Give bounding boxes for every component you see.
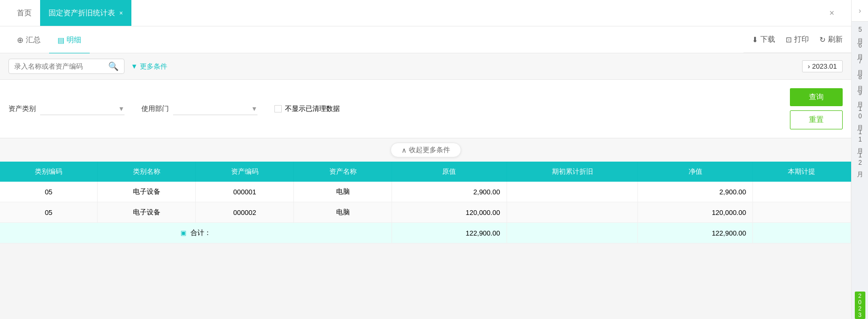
total-row: ▣ 合计： 122,900.00 122,900.00 (0, 223, 851, 243)
date-tag: › 2023.01 (802, 60, 843, 72)
search-icon: 🔍 (108, 61, 119, 71)
filter-label: 更多条件 (140, 62, 167, 71)
search-input-wrap: 🔍 (8, 59, 125, 74)
cell-cat-name: 电子设备 (98, 202, 196, 223)
no-cleared-checkbox[interactable] (274, 105, 282, 112)
collapse-area: ∧ 收起更多条件 (0, 138, 851, 162)
refresh-icon: ↻ (819, 35, 826, 44)
download-icon: ⬇ (752, 35, 758, 44)
asset-type-label: 资产类别 (8, 104, 36, 114)
tab-detail-label: 明细 (66, 35, 81, 45)
cell-net-value: 120,000.00 (638, 202, 753, 223)
cell-asset-name: 电脑 (294, 202, 392, 223)
asset-type-select[interactable]: ▼ (40, 103, 125, 115)
detail-icon: ▤ (58, 36, 64, 44)
total-original: 122,900.00 (392, 223, 507, 243)
col-cat-name: 类别名称 (98, 162, 196, 182)
sidebar-month-item[interactable]: 8月 (852, 69, 867, 85)
col-asset-code: 资产编码 (196, 162, 294, 182)
sidebar-month-item[interactable]: 5月 (852, 22, 867, 37)
col-asset-name: 资产名称 (294, 162, 392, 182)
department-select[interactable]: ▼ (173, 103, 257, 115)
total-net-value: 122,900.00 (638, 223, 753, 243)
asset-type-filter: 资产类别 ▼ (8, 103, 125, 115)
cell-asset-code: 000001 (196, 182, 294, 202)
date-label: 2023.01 (812, 62, 837, 70)
cell-current-dep (752, 182, 851, 202)
sidebar-month-item[interactable]: 9月 (852, 85, 867, 101)
col-original: 原值 (392, 162, 507, 182)
cell-original: 2,900.00 (392, 182, 507, 202)
col-current-dep: 本期计提 (752, 162, 851, 182)
total-current-dep (752, 223, 851, 243)
department-filter: 使用部门 ▼ (141, 103, 257, 115)
query-button[interactable]: 查询 (790, 88, 843, 106)
nav-home[interactable]: 首页 (8, 8, 40, 18)
collapse-label: 收起更多条件 (409, 145, 450, 155)
expand-icon: › (808, 62, 810, 70)
cell-accum-dep (507, 182, 638, 202)
table-wrap: 类别编码 类别名称 资产编码 资产名称 原值 期初累计折旧 净值 本期计提 05… (0, 162, 851, 319)
cell-cat-name: 电子设备 (98, 182, 196, 202)
refresh-btn[interactable]: ↻ 刷新 (819, 35, 843, 44)
cell-current-dep (752, 202, 851, 223)
filter-area: 资产类别 ▼ 使用部门 ▼ 不显示已清理数据 (0, 80, 851, 138)
asset-type-arrow-icon: ▼ (118, 105, 125, 112)
cell-asset-name: 电脑 (294, 182, 392, 202)
total-label: 合计： (190, 229, 211, 237)
summary-icon: ⊕ (17, 35, 24, 45)
sidebar-month-item[interactable]: 11月 (852, 124, 867, 147)
tab-summary-label: 汇总 (26, 35, 41, 45)
department-label: 使用部门 (141, 104, 169, 114)
cell-original: 120,000.00 (392, 202, 507, 223)
year-badge: 2023 (855, 292, 865, 319)
tab-close-icon[interactable]: × (119, 10, 123, 17)
filter-btn[interactable]: ▼ 更多条件 (131, 62, 167, 71)
sidebar-month-item[interactable]: 7月 (852, 53, 867, 69)
cell-net-value: 2,900.00 (638, 182, 753, 202)
reset-button[interactable]: 重置 (790, 110, 843, 129)
sidebar-month-item[interactable]: 10月 (852, 101, 867, 124)
print-label: 打印 (794, 35, 809, 44)
cell-asset-code: 000002 (196, 202, 294, 223)
no-cleared-filter: 不显示已清理数据 (274, 104, 340, 114)
table-row[interactable]: 05 电子设备 000002 电脑 120,000.00 120,000.00 (0, 202, 851, 223)
col-cat-code: 类别编码 (0, 162, 98, 182)
tab-label: 固定资产折旧统计表 (49, 8, 115, 18)
sidebar-arrow-btn[interactable]: › (852, 0, 868, 22)
tab-detail[interactable]: ▤ 明细 (49, 27, 90, 54)
cell-accum-dep (507, 202, 638, 223)
table-row[interactable]: 05 电子设备 000001 电脑 2,900.00 2,900.00 (0, 182, 851, 202)
col-net-value: 净值 (638, 162, 753, 182)
nav-tab-fixed-assets[interactable]: 固定资产折旧统计表 × (40, 0, 131, 26)
cell-cat-code: 05 (0, 182, 98, 202)
table-header: 类别编码 类别名称 资产编码 资产名称 原值 期初累计折旧 净值 本期计提 (0, 162, 851, 182)
print-icon: ⊡ (786, 35, 792, 44)
download-btn[interactable]: ⬇ 下载 (752, 35, 775, 44)
tab-summary[interactable]: ⊕ 汇总 (8, 27, 49, 54)
download-label: 下载 (760, 35, 775, 44)
filter-icon: ▼ (131, 62, 138, 70)
refresh-label: 刷新 (828, 35, 843, 44)
right-sidebar: › 5月6月7月8月9月10月11月12月 2023 (851, 0, 868, 319)
total-accum-dep (507, 223, 638, 243)
cell-cat-code: 05 (0, 202, 98, 223)
collapse-btn[interactable]: ∧ 收起更多条件 (390, 143, 461, 157)
total-label-cell: ▣ 合计： (0, 223, 392, 243)
department-arrow-icon: ▼ (251, 105, 257, 112)
print-btn[interactable]: ⊡ 打印 (786, 35, 809, 44)
collapse-chevron-icon: ∧ (402, 146, 407, 154)
col-accum-dep: 期初累计折旧 (507, 162, 638, 182)
no-cleared-label: 不显示已清理数据 (285, 104, 340, 114)
total-icon: ▣ (180, 229, 186, 237)
sidebar-month-item[interactable]: 12月 (852, 147, 867, 171)
search-input[interactable] (14, 62, 106, 70)
sidebar-month-item[interactable]: 6月 (852, 37, 867, 53)
page-close-btn[interactable]: × (821, 8, 843, 18)
